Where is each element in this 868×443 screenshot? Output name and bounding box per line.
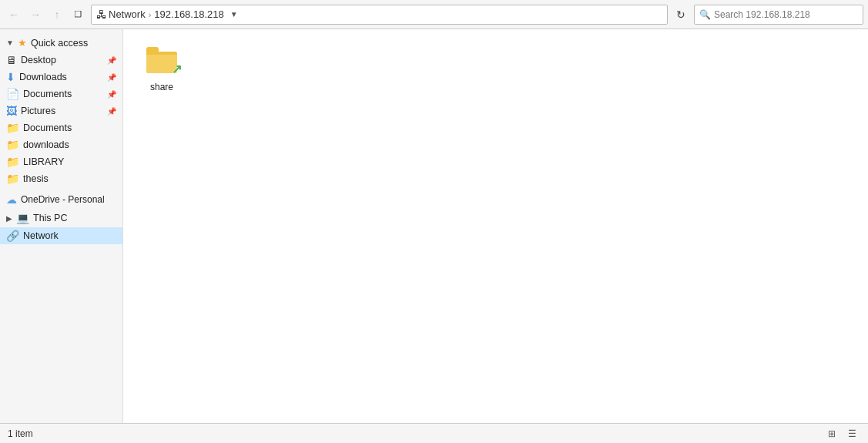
- documents-icon: 📄: [6, 88, 19, 100]
- network-icon: 🖧: [96, 8, 107, 21]
- pin-icon-documents: 📌: [107, 90, 116, 99]
- desktop-icon: 🖥: [6, 54, 17, 66]
- library-icon: 📁: [6, 156, 19, 168]
- sidebar-thesis-label: thesis: [23, 173, 49, 184]
- sidebar-onedrive-label: OneDrive - Personal: [21, 194, 105, 205]
- search-icon: 🔍: [699, 9, 711, 20]
- sidebar-pictures-label: Pictures: [21, 106, 55, 116]
- sidebar-quick-access[interactable]: ▼ ★ Quick access: [0, 34, 122, 52]
- file-area: ↗ share: [123, 29, 868, 423]
- main-content: ▼ ★ Quick access 🖥 Desktop 📌 ⬇ Downloads…: [0, 29, 868, 423]
- large-icons-view-button[interactable]: ⊞: [823, 425, 840, 442]
- sidebar-network-label: Network: [23, 230, 59, 241]
- onedrive-icon: ☁: [6, 193, 17, 206]
- sidebar-item-downloads-lower[interactable]: 📁 downloads: [0, 136, 122, 153]
- search-input[interactable]: [714, 9, 858, 20]
- share-folder-icon-wrapper: ↗: [143, 42, 180, 79]
- sidebar-documents-label: Documents: [23, 89, 72, 99]
- sidebar-this-pc[interactable]: ▶ 💻 This PC: [0, 209, 122, 227]
- pictures-icon: 🖼: [6, 105, 17, 117]
- forward-button[interactable]: →: [26, 5, 45, 24]
- sidebar-quick-access-star-icon: ★: [18, 37, 27, 49]
- pin-icon-downloads: 📌: [107, 73, 116, 82]
- thesis-icon: 📁: [6, 173, 19, 185]
- network-arrow-icon: ↗: [172, 62, 182, 76]
- this-pc-icon: 💻: [16, 212, 29, 224]
- breadcrumb-dropdown-button[interactable]: ▼: [227, 8, 241, 22]
- downloads-yellow-icon: 📁: [6, 139, 19, 151]
- sidebar-desktop-label: Desktop: [21, 55, 56, 65]
- breadcrumb-part-network: 🖧 Network: [96, 8, 146, 21]
- network-sidebar-icon: 🔗: [6, 230, 19, 242]
- breadcrumb-network-label: Network: [109, 8, 146, 20]
- status-bar: 1 item ⊞ ☰: [0, 423, 868, 443]
- share-label: share: [150, 82, 173, 92]
- sidebar-item-library[interactable]: 📁 LIBRARY: [0, 153, 122, 170]
- sidebar-item-pictures[interactable]: 🖼 Pictures 📌: [0, 102, 122, 119]
- sidebar-item-network[interactable]: 🔗 Network: [0, 227, 122, 244]
- sidebar-item-desktop[interactable]: 🖥 Desktop 📌: [0, 52, 122, 69]
- sidebar-item-thesis[interactable]: 📁 thesis: [0, 170, 122, 187]
- sidebar-onedrive[interactable]: ☁ OneDrive - Personal: [0, 190, 122, 209]
- up-button[interactable]: ↑: [48, 5, 66, 24]
- sidebar-downloads-label: Downloads: [19, 72, 67, 82]
- breadcrumb-sep-1: ›: [149, 10, 152, 19]
- breadcrumb-part-ip: 192.168.18.218: [154, 8, 223, 20]
- quick-access-label: Quick access: [31, 38, 88, 49]
- sidebar: ▼ ★ Quick access 🖥 Desktop 📌 ⬇ Downloads…: [0, 29, 123, 423]
- pin-icon-desktop: 📌: [107, 56, 116, 65]
- sidebar-this-pc-label: This PC: [33, 213, 67, 223]
- item-count: 1 item: [8, 428, 33, 439]
- downloads-folder-icon: ⬇: [6, 71, 15, 83]
- sidebar-documents-yellow-label: Documents: [23, 122, 72, 133]
- quick-access-expand-icon: ▼: [6, 39, 14, 47]
- file-item-share[interactable]: ↗ share: [131, 37, 193, 97]
- recent-locations-button[interactable]: [69, 5, 88, 24]
- svg-rect-0: [75, 11, 81, 17]
- sidebar-downloads-lower-label: downloads: [23, 139, 69, 150]
- sidebar-item-documents[interactable]: 📄 Documents 📌: [0, 86, 122, 102]
- details-view-button[interactable]: ☰: [843, 425, 860, 442]
- network-folder-icon: ↗: [146, 47, 177, 73]
- sidebar-item-documents-yellow[interactable]: 📁 Documents: [0, 119, 122, 136]
- sidebar-library-label: LIBRARY: [23, 156, 64, 167]
- expand-this-pc-icon: ▶: [6, 214, 12, 223]
- sidebar-item-downloads[interactable]: ⬇ Downloads 📌: [0, 69, 122, 86]
- search-bar: 🔍: [694, 5, 863, 25]
- pin-icon-pictures: 📌: [107, 107, 116, 116]
- back-button[interactable]: ←: [5, 5, 23, 24]
- view-buttons: ⊞ ☰: [823, 425, 860, 442]
- breadcrumb-bar[interactable]: 🖧 Network › 192.168.18.218 ▼: [91, 5, 668, 25]
- address-bar: ← → ↑ 🖧 Network › 192.168.18.218 ▼ ↻ 🔍: [0, 0, 868, 29]
- refresh-button[interactable]: ↻: [671, 5, 691, 25]
- documents-yellow-icon: 📁: [6, 122, 19, 134]
- breadcrumb-ip-label: 192.168.18.218: [154, 8, 223, 20]
